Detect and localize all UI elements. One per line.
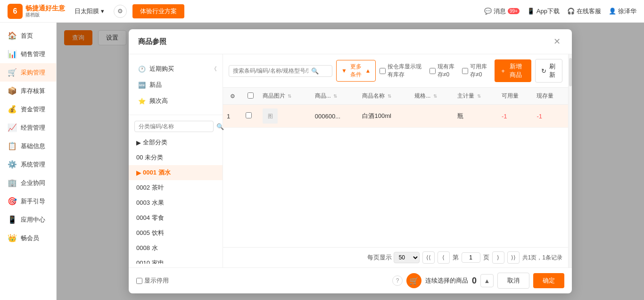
add-product-button[interactable]: + 新增商品 [495, 59, 531, 82]
user-area[interactable]: 👤 徐泽华 [609, 7, 636, 16]
modal-close-button[interactable]: ✕ [551, 36, 562, 47]
cell-stock: -1 [533, 105, 568, 128]
sidebar-item-purchase[interactable]: 🛒 采购管理 [0, 63, 56, 82]
sidebar-item-finance[interactable]: 💰 资金管理 [0, 100, 56, 118]
th-spec-label: 规格... [414, 92, 430, 99]
cell-code: 000600... [311, 105, 359, 128]
product-table: ⚙ 商品图片 ⇅ [223, 88, 568, 128]
system-icon: ⚙️ [8, 160, 17, 169]
th-settings[interactable]: ⚙ [223, 88, 242, 105]
category-item-0001[interactable]: ▶ 0001 酒水 [129, 165, 223, 180]
logo-icon: 6 [8, 4, 23, 19]
message-item[interactable]: 💬 消息 99+ [484, 7, 520, 16]
category-search-input[interactable] [134, 121, 214, 132]
th-unit[interactable]: 主计量 ⇅ [454, 88, 498, 105]
table-row[interactable]: 1 图 000600... 白酒100ml [223, 105, 568, 128]
sidebar-item-app-center[interactable]: 📱 应用中心 [0, 210, 56, 229]
refresh-label: 刷新 [548, 62, 556, 79]
sidebar-label-system: 系统管理 [21, 160, 45, 169]
product-reference-modal: 商品参照 ✕ 🕐 近期购买 《 [129, 29, 572, 293]
per-page-dropdown[interactable]: 50 100 200 [394, 252, 420, 263]
page-number-input[interactable] [462, 252, 480, 263]
sort-spec-icon: ⇅ [433, 93, 437, 99]
show-disabled-input[interactable] [136, 278, 142, 284]
category-item-0003[interactable]: 0003 水果 [129, 195, 223, 210]
scroll-thumb [569, 58, 572, 86]
th-image[interactable]: 商品图片 ⇅ [259, 88, 311, 105]
sidebar-label-business: 经营管理 [21, 124, 45, 132]
quick-item-new[interactable]: 🆕 新品 [134, 78, 217, 92]
sidebar-item-business[interactable]: 📈 经营管理 [0, 118, 56, 137]
page-size-select: 每页显示 50 100 200 [367, 252, 420, 263]
app-download-item[interactable]: 📱 App下载 [527, 7, 560, 16]
member-icon: 👑 [8, 233, 17, 242]
sidebar-item-home[interactable]: 🏠 首页 [0, 26, 56, 45]
category-item-all[interactable]: ▶ 全部分类 [129, 135, 223, 150]
modal-overlay: 商品参照 ✕ 🕐 近期购买 《 [57, 23, 644, 300]
sidebar-item-guide[interactable]: 🎯 新手引导 [0, 192, 56, 210]
modal-body: 🕐 近期购买 《 🆕 新品 ⭐ 频次高 [129, 54, 572, 267]
show-disabled-checkbox: 显示停用 [136, 276, 169, 285]
last-page-button[interactable]: ⟩⟩ [507, 251, 520, 264]
th-code[interactable]: 商品... ⇅ [311, 88, 359, 105]
sidebar: 🏠 首页 📊 销售管理 🛒 采购管理 📦 库存核算 💰 资金管理 📈 经营管理 … [0, 23, 57, 300]
first-page-button[interactable]: ⟨⟨ [422, 251, 435, 264]
user-name: 徐泽华 [618, 7, 636, 16]
category-item-0010[interactable]: 0010 家电 [129, 256, 223, 264]
filter-button[interactable]: ▼ 更多条件 ▲ [336, 60, 376, 82]
checkbox-available-stock-input[interactable] [462, 68, 468, 74]
sidebar-item-basic[interactable]: 📋 基础信息 [0, 137, 56, 155]
panel-collapse-button[interactable]: 《 [211, 65, 217, 73]
sidebar-item-inventory[interactable]: 📦 库存核算 [0, 82, 56, 100]
sidebar-label-app-center: 应用中心 [21, 216, 45, 224]
checkbox-nonzero-stock-input[interactable] [429, 68, 436, 74]
product-search-icon[interactable]: 🔍 [311, 67, 319, 75]
th-spec[interactable]: 规格... ⇅ [411, 88, 454, 105]
settings-icon[interactable]: ⚙ [114, 5, 127, 18]
checkbox-warehouse-stock-input[interactable] [380, 68, 386, 74]
quick-item-frequent[interactable]: ⭐ 频次高 [134, 94, 217, 108]
all-arrow-icon: ▶ [136, 139, 141, 146]
modal-title: 商品参照 [138, 37, 166, 46]
refresh-button[interactable]: ↻ 刷新 [535, 59, 562, 83]
sidebar-label-finance: 资金管理 [21, 105, 45, 114]
sidebar-label-enterprise: 企业协同 [21, 179, 45, 187]
sidebar-item-system[interactable]: ⚙️ 系统管理 [0, 155, 56, 174]
category-item-00[interactable]: 00 未分类 [129, 150, 223, 165]
th-name[interactable]: 商品名称 ⇅ [358, 88, 411, 105]
category-list: ▶ 全部分类 00 未分类 ▶ 0001 酒水 0002 茶 [129, 135, 223, 264]
trial-button[interactable]: 体验行业方案 [132, 4, 184, 18]
category-label-0004: 0004 零食 [136, 214, 164, 222]
table-toolbar: 🔍 ▼ 更多条件 ▲ 按仓库显示现有库存 [223, 54, 568, 88]
sidebar-item-sales[interactable]: 📊 销售管理 [0, 45, 56, 63]
sidebar-item-enterprise[interactable]: 🏢 企业协同 [0, 174, 56, 192]
row-checkbox[interactable] [246, 112, 252, 118]
category-item-0005[interactable]: 0005 饮料 [129, 225, 223, 241]
home-icon: 🏠 [8, 31, 17, 40]
category-item-0004[interactable]: 0004 零食 [129, 210, 223, 225]
cancel-button[interactable]: 取消 [497, 273, 529, 289]
next-page-button[interactable]: ⟩ [492, 251, 504, 264]
category-item-0002[interactable]: 0002 茶叶 [129, 180, 223, 195]
cat-0001-arrow-icon: ▶ [136, 169, 141, 176]
sidebar-item-member[interactable]: 👑 畅会员 [0, 229, 56, 247]
select-all-checkbox[interactable] [248, 92, 254, 99]
table-body: 1 图 000600... 白酒100ml [223, 105, 568, 128]
collapse-up-button[interactable]: ▲ [480, 274, 494, 287]
service-item[interactable]: 🎧 在线客服 [567, 7, 601, 16]
inventory-icon: 📦 [8, 86, 17, 95]
category-item-0008[interactable]: 0008 水 [129, 241, 223, 256]
quick-item-recent[interactable]: 🕐 近期购买 [134, 62, 178, 76]
refresh-icon: ↻ [541, 67, 546, 75]
modal-header: 商品参照 ✕ [129, 29, 572, 54]
prev-page-button[interactable]: ⟨ [438, 251, 450, 264]
help-icon[interactable]: ? [392, 275, 403, 286]
finance-icon: 💰 [8, 105, 17, 114]
store-selector[interactable]: 日太阳膜 ▾ [71, 5, 108, 17]
confirm-button[interactable]: 确定 [533, 273, 564, 288]
cart-icon[interactable]: 🛒 [406, 273, 421, 288]
right-panel: 🔍 ▼ 更多条件 ▲ 按仓库显示现有库存 [223, 54, 568, 267]
divider [129, 115, 223, 115]
product-search-input[interactable] [233, 67, 308, 74]
business-icon: 📈 [8, 123, 17, 132]
